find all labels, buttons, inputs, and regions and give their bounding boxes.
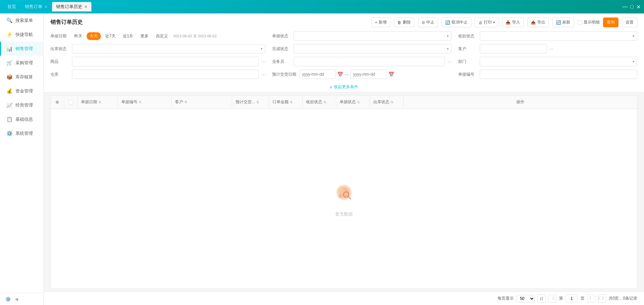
- refresh-button[interactable]: 🔃 刷新: [552, 17, 574, 27]
- sidebar-item-label: 经营管理: [15, 102, 33, 108]
- department-select[interactable]: [480, 57, 637, 66]
- delivery-date-label: 预计交货日期: [272, 72, 296, 77]
- delete-button[interactable]: 🗑 删除: [394, 17, 415, 27]
- order-no-input[interactable]: [480, 70, 637, 79]
- stop-button[interactable]: ⊘ 中止: [418, 17, 438, 27]
- col-receipt-sort[interactable]: ⇅: [324, 100, 326, 104]
- sidebar-item-base-info[interactable]: 📋 基础信息: [0, 112, 43, 126]
- warehouse-input[interactable]: [72, 70, 259, 79]
- receipt-status-label: 收款状态: [458, 33, 477, 39]
- customer-input[interactable]: [480, 44, 547, 53]
- sidebar-item-sales-mgmt[interactable]: 📊 销售管理: [0, 42, 43, 56]
- total-text: 共0页，0条记录: [609, 296, 637, 301]
- sidebar-collapse-icon[interactable]: ◀: [15, 297, 18, 302]
- date-filter-label: 单据日期: [50, 33, 69, 39]
- col-customer[interactable]: 客户 ⇅: [172, 96, 232, 109]
- print-label: 打印: [484, 20, 492, 25]
- sidebar-item-label: 销售管理: [15, 46, 33, 52]
- chip-more[interactable]: 更多: [137, 32, 152, 40]
- col-out-status[interactable]: 出库状态 ⇅: [370, 96, 403, 109]
- settings-button[interactable]: 设置: [622, 17, 637, 27]
- next-page-button[interactable]: 〉: [587, 295, 595, 303]
- col-receipt[interactable]: 收款状态 ⇅: [303, 96, 336, 109]
- last-page-button[interactable]: 〉〉: [598, 295, 606, 303]
- warehouse-dots-btn[interactable]: ···: [261, 72, 265, 77]
- col-number[interactable]: 单据编号 ⇅: [118, 96, 172, 109]
- prev-page-button[interactable]: 〈: [548, 295, 556, 303]
- col-amount-sort[interactable]: ⇅: [290, 100, 293, 104]
- query-button[interactable]: 查询: [603, 17, 618, 27]
- page-number-input[interactable]: [566, 295, 578, 303]
- window-controls: — □ ✕: [622, 4, 641, 10]
- salesperson-input[interactable]: [294, 57, 445, 66]
- col-date[interactable]: 单据日期 ⇅: [78, 96, 118, 109]
- date-from-input[interactable]: [299, 70, 336, 79]
- col-number-sort[interactable]: ⇅: [139, 100, 141, 104]
- col-settings[interactable]: ⚙: [51, 96, 64, 109]
- goods-dots-btn[interactable]: ···: [261, 59, 265, 64]
- chip-last7[interactable]: 近7天: [102, 32, 119, 40]
- print-button[interactable]: 🖨 打印 ▾: [475, 17, 499, 27]
- display-columns-label: 显示明细: [584, 20, 600, 25]
- customer-dots-btn[interactable]: ···: [550, 46, 554, 51]
- base-info-icon: 📋: [6, 116, 13, 122]
- sidebar-item-finance[interactable]: 💰 资金管理: [0, 84, 43, 98]
- salesperson-dots-btn[interactable]: ···: [447, 59, 452, 64]
- new-label: 新增: [379, 20, 387, 25]
- cancel-stop-button[interactable]: 🔄 取消中止: [441, 17, 471, 27]
- sidebar-item-purchase-mgmt[interactable]: 🛒 采购管理: [0, 56, 43, 70]
- sidebar-item-inventory[interactable]: 📦 库存核算: [0, 70, 43, 84]
- col-out-sort[interactable]: ⇅: [391, 100, 393, 104]
- sidebar-item-search-menu[interactable]: 🔍 搜索菜单: [0, 13, 43, 28]
- export-button[interactable]: 📤 导出: [527, 17, 549, 27]
- collapse-bar[interactable]: ∧ 收起更多条件: [50, 82, 637, 90]
- order-status-select[interactable]: [294, 31, 451, 41]
- minimize-icon[interactable]: —: [622, 4, 628, 10]
- new-button[interactable]: + 新增: [371, 17, 390, 27]
- col-customer-sort[interactable]: ⇅: [184, 100, 187, 104]
- chip-yesterday[interactable]: 昨天: [71, 32, 85, 40]
- first-page-button[interactable]: ⟨⟨: [538, 295, 546, 303]
- close-icon[interactable]: ✕: [636, 4, 641, 10]
- department-group: 部门: [458, 57, 637, 66]
- date-chips: 昨天 今天 近7天 近1月 更多 自定义: [71, 32, 171, 40]
- tab-sales-order-history-close[interactable]: ✕: [84, 5, 87, 9]
- tab-home[interactable]: 首页: [3, 2, 20, 11]
- out-status-select[interactable]: [72, 44, 265, 53]
- calendar-to-icon[interactable]: 📅: [388, 72, 394, 77]
- tab-sales-order[interactable]: 销售订单 ✕: [21, 2, 51, 11]
- receipt-status-select[interactable]: [480, 31, 637, 41]
- maximize-icon[interactable]: □: [630, 4, 634, 10]
- sidebar-item-operations[interactable]: 📈 经营管理: [0, 98, 43, 112]
- col-order-status[interactable]: 单据状态 ⇅: [336, 96, 370, 109]
- per-page-select[interactable]: 50 10 20 100: [516, 295, 535, 302]
- goods-group: 商品 ···: [50, 57, 265, 66]
- display-columns-toggle[interactable]: 显示明细: [577, 20, 600, 25]
- tab-sales-order-history[interactable]: 销售订单历史 ✕: [52, 2, 91, 11]
- chip-custom[interactable]: 自定义: [153, 32, 171, 40]
- top-bar: 首页 销售订单 ✕ 销售订单历史 ✕ — □ ✕: [0, 0, 644, 13]
- import-button[interactable]: 📥 导入: [502, 17, 524, 27]
- sidebar-item-system-mgmt[interactable]: ⚙️ 系统管理: [0, 126, 43, 141]
- display-columns-checkbox[interactable]: [577, 20, 582, 25]
- col-amount-label: 订单金额: [272, 99, 289, 105]
- col-amount[interactable]: 订单金额 ⇅: [269, 96, 303, 109]
- chip-today[interactable]: 今天: [87, 32, 101, 40]
- complete-status-select[interactable]: [294, 44, 451, 53]
- date-to-input[interactable]: [350, 70, 387, 79]
- col-delivery[interactable]: 预计交货... ⇅: [232, 96, 269, 109]
- col-order-sort[interactable]: ⇅: [357, 100, 360, 104]
- sidebar-item-quick-nav[interactable]: ⚡ 快捷导航: [0, 28, 43, 42]
- goods-input[interactable]: [72, 57, 259, 66]
- settings-label: 设置: [626, 20, 634, 25]
- chip-last1m[interactable]: 近1月: [120, 32, 136, 40]
- sidebar-item-label: 系统管理: [15, 130, 33, 137]
- sidebar-settings-icon[interactable]: ⚙️: [5, 297, 11, 302]
- col-date-sort[interactable]: ⇅: [98, 100, 101, 104]
- select-all-checkbox[interactable]: [69, 100, 73, 105]
- calendar-from-icon[interactable]: 📅: [337, 72, 343, 77]
- col-delivery-sort[interactable]: ⇅: [256, 100, 259, 104]
- out-status-label: 出库状态: [50, 46, 69, 52]
- tab-sales-order-close[interactable]: ✕: [44, 5, 47, 9]
- col-operation-label: 操作: [516, 99, 524, 105]
